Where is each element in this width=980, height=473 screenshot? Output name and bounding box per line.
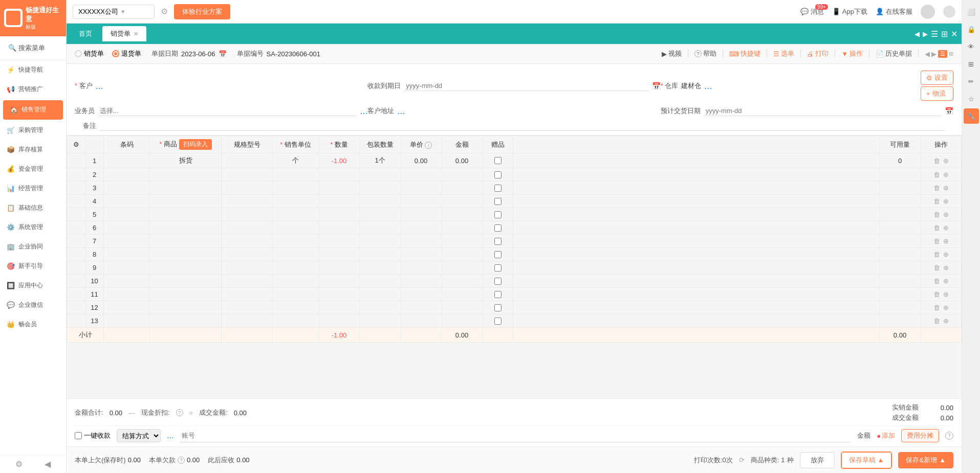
salesperson-input[interactable] (98, 106, 357, 116)
sidebar-collapse-icon[interactable]: ◀ (45, 459, 51, 469)
tab-sales-order[interactable]: 销货单 ✕ (102, 26, 146, 41)
delete-icon-5[interactable]: 🗑 (933, 211, 940, 218)
card-view-icon[interactable]: ⊞ (949, 51, 953, 57)
gift-cb-11[interactable] (494, 291, 502, 298)
right-icon-tool[interactable]: 🔧 (964, 108, 979, 124)
expense-btn[interactable]: 费用分摊 (901, 429, 939, 442)
right-icon-star[interactable]: ☆ (964, 91, 979, 106)
print-btn[interactable]: 🖨 打印 (807, 49, 829, 58)
cell-qty-1[interactable]: -1.00 (319, 153, 360, 168)
sidebar-item-system[interactable]: ⚙️ 系统管理 (0, 218, 66, 237)
right-icon-edit[interactable]: ✏ (964, 74, 979, 89)
copy-icon-11[interactable]: ⊕ (943, 290, 949, 298)
sidebar-item-basic[interactable]: 📋 基础信息 (0, 198, 66, 218)
gift-cb-2[interactable] (494, 171, 502, 178)
copy-icon-10[interactable]: ⊕ (943, 277, 949, 285)
sidebar-item-member[interactable]: 👑 畅会员 (0, 315, 66, 334)
close-tab-icon[interactable]: ✕ (951, 29, 957, 39)
sidebar-item-sales[interactable]: 🏠 销售管理 (3, 100, 63, 120)
select-order-btn[interactable]: ☰ 选单 (773, 49, 794, 58)
table-view-icon[interactable]: ☰ (938, 50, 947, 58)
list-view-icon[interactable]: ◀ (925, 50, 930, 58)
copy-icon-3[interactable]: ⊕ (943, 184, 949, 192)
sidebar-item-marketing[interactable]: 📢 营销推广 (0, 80, 66, 99)
tab-close-icon[interactable]: ✕ (134, 31, 138, 37)
sidebar-header[interactable]: 畅捷通好生意 标版 (0, 0, 66, 36)
copy-icon-6[interactable]: ⊕ (943, 224, 949, 232)
delete-icon-7[interactable]: 🗑 (933, 237, 940, 245)
shortcut-btn[interactable]: ⌨ 快捷键 (729, 49, 760, 58)
video-btn[interactable]: ▶ 视频 (662, 49, 682, 58)
warehouse-picker[interactable]: ... (704, 81, 712, 91)
account-input[interactable] (180, 429, 851, 442)
app-download-item[interactable]: 📱 App下载 (832, 7, 867, 16)
sidebar-item-finance[interactable]: 💰 资金管理 (0, 160, 66, 179)
cell-unit-1[interactable]: 个 (273, 153, 319, 168)
search-menu-item[interactable]: 🔍 搜索菜单 (4, 40, 62, 56)
sidebar-item-operations[interactable]: 📊 经营管理 (0, 179, 66, 198)
payment-due-input[interactable] (404, 81, 648, 91)
settlement-method-dots[interactable]: ... (167, 431, 173, 440)
cell-barcode-1[interactable] (104, 153, 150, 168)
discard-btn[interactable]: 放弃 (800, 452, 835, 468)
gift-cb-5[interactable] (494, 211, 502, 218)
copy-icon-5[interactable]: ⊕ (943, 211, 949, 218)
avatar[interactable] (921, 5, 935, 19)
expense-help-icon[interactable]: ? (945, 432, 953, 440)
delete-icon-12[interactable]: 🗑 (933, 304, 940, 311)
save-new-btn[interactable]: 保存&新增 ▲ (899, 453, 953, 468)
delete-icon-3[interactable]: 🗑 (933, 184, 940, 192)
copy-icon-7[interactable]: ⊕ (943, 237, 949, 245)
trial-btn[interactable]: 体验行业方案 (174, 4, 230, 19)
one-click-payment-checkbox[interactable] (75, 432, 82, 439)
delete-icon-13[interactable]: 🗑 (933, 317, 940, 325)
gift-checkbox-1[interactable] (494, 157, 502, 164)
copy-icon-1[interactable]: ⊕ (943, 157, 949, 165)
right-icon-expand[interactable]: ⬜ (964, 4, 979, 19)
copy-icon-13[interactable]: ⊕ (943, 317, 949, 325)
tab-grid-icon[interactable]: ⊞ (941, 29, 948, 39)
delete-icon-1[interactable]: 🗑 (933, 157, 940, 165)
sidebar-item-wechat[interactable]: 💬 企业微信 (0, 296, 66, 315)
remarks-input[interactable] (99, 121, 945, 131)
cell-goods-1[interactable]: 拆货 (150, 153, 222, 168)
cell-price-1[interactable]: 0.00 (401, 153, 442, 168)
customer-addr-picker[interactable]: ... (397, 106, 405, 116)
historical-info-icon[interactable]: ? (178, 457, 185, 464)
radio-sales-btn[interactable] (75, 50, 82, 57)
delete-icon-10[interactable]: 🗑 (933, 277, 940, 285)
gift-cb-4[interactable] (494, 198, 502, 205)
save-draft-btn[interactable]: 保存草稿 ▲ (841, 452, 892, 468)
goods-type[interactable]: 商品种类: 1 种 (751, 456, 794, 465)
cell-amount-1[interactable]: 0.00 (442, 153, 483, 168)
cell-pkgqty-1[interactable]: 1个 (360, 153, 401, 168)
copy-icon-9[interactable]: ⊕ (943, 264, 949, 272)
add-amount-btn[interactable]: ● 添加 (877, 431, 895, 440)
sidebar-item-inventory[interactable]: 📦 库存核算 (0, 140, 66, 160)
customer-picker[interactable]: ... (96, 81, 103, 91)
history-btn[interactable]: 📄 历史单据 (876, 49, 912, 58)
scan-btn[interactable]: 扫码录入 (179, 139, 212, 150)
help-btn[interactable]: ? 帮助 (694, 49, 716, 58)
gift-cb-3[interactable] (494, 185, 502, 192)
calendar-icon[interactable]: 📅 (219, 50, 227, 58)
logistics-btn[interactable]: + 物流 (921, 86, 953, 101)
th-settings[interactable]: ⚙ (67, 136, 85, 153)
tab-list-icon[interactable]: ☰ (931, 29, 938, 39)
sidebar-item-appstore[interactable]: 🔲 应用中心 (0, 276, 66, 296)
copy-icon-8[interactable]: ⊕ (943, 251, 949, 258)
gift-cb-10[interactable] (494, 278, 502, 285)
delete-icon-4[interactable]: 🗑 (933, 197, 940, 205)
right-icon-lock[interactable]: 🔒 (964, 21, 979, 37)
radio-return-btn[interactable] (112, 50, 119, 57)
settlement-method-select[interactable]: 结算方式 (117, 429, 161, 442)
company-selector[interactable]: XXXXXX公司 ▾ (73, 5, 155, 19)
tab-home[interactable]: 首页 (71, 26, 100, 41)
price-info-icon[interactable]: i (425, 142, 432, 149)
copy-icon-4[interactable]: ⊕ (943, 197, 949, 205)
delete-icon-9[interactable]: 🗑 (933, 264, 940, 272)
sidebar-item-quick-nav[interactable]: ⚡ 快捷导航 (0, 60, 66, 80)
settings-btn[interactable]: ⚙ 设置 (921, 71, 953, 85)
gift-cb-7[interactable] (494, 238, 502, 245)
gift-cb-12[interactable] (494, 304, 502, 311)
